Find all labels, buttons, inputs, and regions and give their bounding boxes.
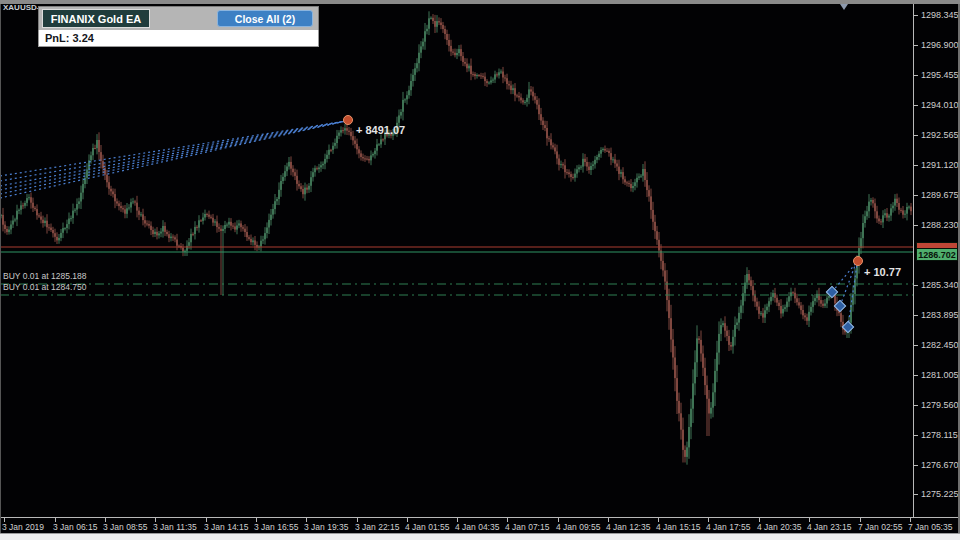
price-axis-label: 1288.230 [921, 220, 959, 230]
price-axis-tick [914, 315, 918, 316]
current-price-tag: 1286.702 [916, 248, 958, 261]
time-axis-label: 3 Jan 06:15 [53, 522, 97, 532]
time-axis-label: 4 Jan 04:35 [455, 522, 499, 532]
price-axis[interactable]: 1298.3451296.9001295.4551294.0101292.565… [913, 4, 958, 517]
price-axis-label: 1283.895 [921, 310, 959, 320]
price-axis-label: 1285.340 [921, 280, 959, 290]
price-axis-label: 1296.900 [921, 40, 959, 50]
buy-position-label: BUY 0.01 at 1285.188 [3, 271, 87, 281]
time-axis-label: 4 Jan 09:55 [556, 522, 600, 532]
time-axis-label: 4 Jan 23:15 [807, 522, 851, 532]
buy-position-label: BUY 0.01 at 1284.750 [3, 282, 87, 292]
time-axis-label: 3 Jan 22:15 [355, 522, 399, 532]
time-axis-label: 3 Jan 16:55 [254, 522, 298, 532]
ea-panel-title: FINANIX Gold EA [42, 9, 150, 28]
time-axis-label: 4 Jan 12:35 [606, 522, 650, 532]
chart-shift-marker-icon [840, 4, 848, 10]
time-axis-label: 3 Jan 11:35 [153, 522, 197, 532]
symbol-label: XAUUSD- [3, 3, 39, 12]
window-top-edge [0, 0, 960, 4]
price-axis-label: 1294.010 [921, 100, 959, 110]
price-axis-label: 1276.670 [921, 460, 959, 470]
price-axis-label: 1278.115 [921, 430, 958, 440]
close-all-button[interactable]: Close All (2) [217, 10, 313, 27]
chart-area[interactable]: XAUUSD- FINANIX Gold EA Close All (2) Pn… [0, 0, 960, 540]
window-left-edge [0, 4, 1, 533]
trend-lines [0, 121, 857, 327]
time-axis-label: 3 Jan 19:35 [304, 522, 348, 532]
price-axis-label: 1298.345 [921, 10, 959, 20]
ea-panel-header: FINANIX Gold EA Close All (2) [38, 6, 319, 30]
trade-close-marker-icon [344, 116, 353, 125]
price-axis-label: 1281.005 [921, 370, 959, 380]
time-axis-label: 4 Jan 07:15 [505, 522, 549, 532]
time-axis-label: 4 Jan 01:55 [405, 522, 449, 532]
price-axis-tick [914, 15, 918, 16]
price-axis-tick [914, 345, 918, 346]
price-axis-tick [914, 105, 918, 106]
price-lines [0, 247, 913, 295]
window-bottom-edge [0, 533, 960, 540]
ea-panel: FINANIX Gold EA Close All (2) PnL: 3.24 [38, 6, 319, 47]
profit-label: + 8491.07 [356, 124, 405, 136]
price-axis-label: 1282.450 [921, 340, 959, 350]
price-axis-tick [914, 225, 918, 226]
time-axis-label: 3 Jan 2019 [2, 522, 44, 532]
profit-label: + 10.77 [864, 266, 901, 278]
time-axis-label: 3 Jan 08:55 [103, 522, 147, 532]
time-axis-label: 3 Jan 14:15 [204, 522, 248, 532]
price-axis-tick [914, 435, 918, 436]
price-axis-tick [914, 375, 918, 376]
candlestick-chart[interactable] [0, 0, 960, 540]
price-axis-tick [914, 465, 918, 466]
app-window: XAUUSD- FINANIX Gold EA Close All (2) Pn… [0, 0, 960, 540]
price-axis-tick [914, 135, 918, 136]
price-axis-tick [914, 494, 918, 495]
price-axis-label: 1289.675 [921, 190, 959, 200]
price-axis-tick [914, 285, 918, 286]
time-axis-label: 4 Jan 20:35 [757, 522, 801, 532]
trade-close-marker-icon [854, 257, 863, 266]
pnl-row: PnL: 3.24 [38, 30, 319, 47]
price-axis-tick [914, 405, 918, 406]
time-axis-label: 4 Jan 15:15 [656, 522, 700, 532]
price-axis-tick [914, 75, 918, 76]
price-axis-tick [914, 165, 918, 166]
price-axis-label: 1279.560 [921, 400, 959, 410]
price-axis-tick [914, 45, 918, 46]
candles [0, 11, 912, 464]
price-axis-label: 1292.565 [921, 130, 959, 140]
price-axis-tick [914, 195, 918, 196]
time-axis[interactable]: 3 Jan 20193 Jan 06:153 Jan 08:553 Jan 11… [0, 517, 960, 533]
price-axis-label: 1295.455 [921, 70, 959, 80]
price-axis-label: 1291.120 [921, 160, 959, 170]
time-axis-label: 7 Jan 05:35 [908, 522, 952, 532]
time-axis-label: 7 Jan 02:55 [858, 522, 902, 532]
time-axis-label: 4 Jan 17:55 [706, 522, 750, 532]
price-axis-label: 1275.225 [921, 489, 959, 499]
